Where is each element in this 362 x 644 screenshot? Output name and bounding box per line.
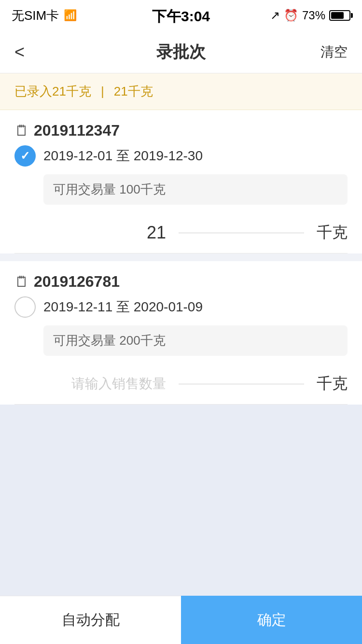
confirm-button[interactable]: 确定 xyxy=(181,596,362,644)
batch-header-2: 🗒 2019126781 xyxy=(14,273,348,291)
wifi-icon: 📶 xyxy=(64,9,77,22)
auto-distribute-button[interactable]: 自动分配 xyxy=(0,596,181,644)
page-title: 录批次 xyxy=(156,41,206,63)
batch-row-1: 2019-12-01 至 2019-12-30 xyxy=(14,145,348,167)
batch-card-1: 🗒 2019112347 2019-12-01 至 2019-12-30 可用交… xyxy=(0,110,362,253)
time-label: 下午3:04 xyxy=(152,7,210,27)
summary-divider: | xyxy=(101,84,104,99)
qty-input-row-2[interactable]: 请输入销售数量 千克 xyxy=(14,365,348,405)
battery-icon xyxy=(329,10,350,21)
radio-btn-2[interactable] xyxy=(14,296,36,318)
qty-underline-1 xyxy=(179,233,304,233)
qty-unit-1: 千克 xyxy=(317,222,348,243)
batch-id-1: 2019112347 xyxy=(34,122,120,140)
battery-label: 73% xyxy=(302,9,325,22)
location-icon: ↗ xyxy=(270,9,280,22)
qty-underline-2 xyxy=(179,384,304,384)
empty-area xyxy=(0,405,362,617)
batch-date-1: 2019-12-01 至 2019-12-30 xyxy=(43,147,203,165)
separator-1 xyxy=(0,253,362,261)
batch-icon-2: 🗒 xyxy=(14,274,29,290)
battery-fill xyxy=(331,12,344,19)
total-qty-label: 21千克 xyxy=(114,83,153,100)
qty-input-placeholder-2: 请输入销售数量 xyxy=(71,375,166,393)
status-right: ↗ ⏰ 73% xyxy=(270,9,350,22)
bottom-bar: 自动分配 确定 xyxy=(0,596,362,644)
carrier-label: 无SIM卡 xyxy=(12,7,59,24)
summary-bar: 已录入21千克 | 21千克 xyxy=(0,73,362,110)
alarm-icon: ⏰ xyxy=(284,9,298,22)
batch-icon-1: 🗒 xyxy=(14,123,29,139)
qty-value-1: 21 xyxy=(147,223,166,243)
status-bar: 无SIM卡 📶 下午3:04 ↗ ⏰ 73% xyxy=(0,0,362,31)
available-qty-2: 可用交易量 200千克 xyxy=(43,325,348,356)
batch-header-1: 🗒 2019112347 xyxy=(14,122,348,140)
nav-bar: < 录批次 清空 xyxy=(0,31,362,73)
batch-row-2: 2019-12-11 至 2020-01-09 xyxy=(14,296,348,318)
batch-card-2: 🗒 2019126781 2019-12-11 至 2020-01-09 可用交… xyxy=(0,261,362,405)
clear-button[interactable]: 清空 xyxy=(320,43,348,61)
batch-date-2: 2019-12-11 至 2020-01-09 xyxy=(43,298,203,316)
status-left: 无SIM卡 📶 xyxy=(12,7,77,24)
recorded-qty-label: 已录入21千克 xyxy=(14,83,91,100)
qty-input-row-1: 21 千克 xyxy=(14,214,348,253)
radio-btn-1[interactable] xyxy=(14,145,36,167)
batch-id-2: 2019126781 xyxy=(34,273,120,291)
back-button[interactable]: < xyxy=(14,42,25,62)
available-qty-1: 可用交易量 100千克 xyxy=(43,174,348,205)
qty-unit-2: 千克 xyxy=(317,373,348,394)
